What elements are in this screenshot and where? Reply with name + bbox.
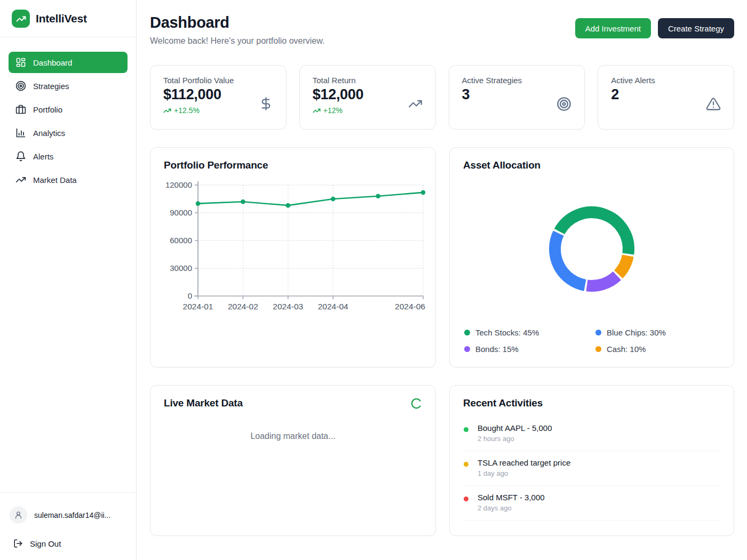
stat-delta: +12% xyxy=(313,106,364,115)
sidebar-footer: suleman.safdar14@ii... Sign Out xyxy=(0,492,136,560)
asset-allocation-donut xyxy=(538,196,645,302)
portfolio-performance-title: Portfolio Performance xyxy=(164,159,422,171)
stat-delta-value: +12.5% xyxy=(174,106,200,115)
stat-label: Active Strategies xyxy=(462,76,522,85)
activity-time: 2 hours ago xyxy=(478,435,552,443)
bar-chart-icon xyxy=(15,127,26,138)
add-investment-button[interactable]: Add Investment xyxy=(575,18,651,38)
activity-text: Bought AAPL - 5,000 xyxy=(478,423,552,433)
page-subtitle: Welcome back! Here's your portfolio over… xyxy=(150,36,324,46)
user-email: suleman.safdar14@ii... xyxy=(34,511,110,519)
sidebar-item-label: Market Data xyxy=(33,175,77,185)
activity-text: Sold MSFT - 3,000 xyxy=(478,493,545,502)
asset-allocation-title: Asset Allocation xyxy=(463,159,720,171)
app-logo-row: IntelliVest xyxy=(0,0,136,37)
activity-item: Bought AAPL - 5,000 2 hours ago xyxy=(463,417,720,451)
sidebar-item-label: Strategies xyxy=(33,82,69,91)
sidebar-item-analytics[interactable]: Analytics xyxy=(9,122,128,143)
loading-text: Loading market data... xyxy=(164,431,422,441)
activity-time: 1 day ago xyxy=(478,469,570,477)
trending-up-icon xyxy=(163,107,171,115)
recent-activities-title: Recent Activities xyxy=(463,397,720,409)
sign-out-label: Sign Out xyxy=(30,539,61,548)
stat-label: Total Return xyxy=(313,76,364,85)
legend-item-cash: Cash: 10% xyxy=(595,345,720,354)
svg-text:2024-01: 2024-01 xyxy=(183,302,213,311)
stat-value: 2 xyxy=(611,86,655,103)
stat-card-active-strategies: Active Strategies 3 xyxy=(449,65,585,130)
sidebar-item-market-data[interactable]: Market Data xyxy=(9,169,128,190)
main-content: Dashboard Welcome back! Here's your port… xyxy=(137,0,747,560)
page-header: Dashboard Welcome back! Here's your port… xyxy=(150,14,734,46)
dollar-icon xyxy=(259,89,273,119)
bottom-row: Live Market Data Loading market data... … xyxy=(150,385,734,536)
header-buttons: Add Investment Create Strategy xyxy=(575,18,734,38)
activity-item: Sold MSFT - 3,000 2 days ago xyxy=(463,486,720,521)
sidebar-item-label: Alerts xyxy=(33,152,53,161)
legend-dot xyxy=(464,346,470,352)
user-row: suleman.safdar14@ii... xyxy=(10,506,128,524)
svg-text:2024-03: 2024-03 xyxy=(273,302,303,311)
log-out-icon xyxy=(13,539,23,548)
stat-value: 3 xyxy=(462,86,522,103)
live-market-data-panel: Live Market Data Loading market data... xyxy=(150,385,436,536)
legend-label: Cash: 10% xyxy=(607,345,646,354)
asset-allocation-legend: Tech Stocks: 45% Blue Chips: 30% Bonds: … xyxy=(463,328,720,354)
activity-time: 2 days ago xyxy=(478,504,545,512)
stat-card-active-alerts: Active Alerts 2 xyxy=(598,65,734,130)
trending-up-icon xyxy=(15,174,26,185)
sidebar-item-label: Analytics xyxy=(33,129,65,138)
stat-label: Total Portfolio Value xyxy=(163,76,234,85)
activity-item: TSLA reached target price 1 day ago xyxy=(463,451,720,486)
svg-text:2024-06: 2024-06 xyxy=(395,302,425,311)
svg-text:30000: 30000 xyxy=(170,263,192,273)
page-title: Dashboard xyxy=(150,14,324,31)
dashboard-grid-icon xyxy=(15,57,26,68)
sidebar: IntelliVest Dashboard Strategies Portfol… xyxy=(0,0,137,560)
legend-item-blue-chips: Blue Chips: 30% xyxy=(595,328,720,337)
asset-allocation-panel: Asset Allocation Tech Stocks: 45% Blue C… xyxy=(449,147,734,367)
avatar xyxy=(10,506,27,524)
stat-value: $12,000 xyxy=(313,86,364,103)
legend-item-bonds: Bonds: 15% xyxy=(464,345,595,354)
app-title: IntelliVest xyxy=(36,12,87,25)
stat-value: $112,000 xyxy=(163,86,234,103)
svg-text:60000: 60000 xyxy=(170,236,192,245)
activity-list: Bought AAPL - 5,000 2 hours ago TSLA rea… xyxy=(463,417,720,521)
alert-triangle-icon xyxy=(706,89,721,119)
stat-delta-value: +12% xyxy=(323,106,343,115)
legend-label: Tech Stocks: 45% xyxy=(475,328,539,337)
legend-dot xyxy=(464,330,470,335)
portfolio-performance-panel: Portfolio Performance 030000600009000012… xyxy=(150,147,436,367)
legend-item-tech-stocks: Tech Stocks: 45% xyxy=(464,328,595,337)
live-market-data-title: Live Market Data xyxy=(164,397,243,409)
sidebar-item-alerts[interactable]: Alerts xyxy=(9,146,128,167)
loader-icon xyxy=(411,398,422,409)
svg-text:90000: 90000 xyxy=(170,208,192,217)
charts-row: Portfolio Performance 030000600009000012… xyxy=(150,147,734,367)
legend-dot xyxy=(595,346,601,352)
activity-status-dot xyxy=(464,427,468,432)
activity-status-dot xyxy=(464,497,468,501)
svg-text:2024-04: 2024-04 xyxy=(318,302,348,311)
sidebar-item-label: Dashboard xyxy=(33,58,72,67)
stat-card-total-return: Total Return $12,000 +12% xyxy=(299,65,436,130)
app-logo-trending-up-icon xyxy=(12,10,30,28)
sidebar-nav: Dashboard Strategies Portfolio Analytics… xyxy=(0,37,136,492)
legend-label: Bonds: 15% xyxy=(475,345,519,354)
portfolio-performance-chart: 03000060000900001200002024-012024-022024… xyxy=(164,179,425,313)
briefcase-icon xyxy=(15,104,26,115)
svg-text:120000: 120000 xyxy=(165,180,192,189)
trending-up-icon xyxy=(408,89,423,119)
sign-out-button[interactable]: Sign Out xyxy=(10,539,128,548)
sidebar-item-strategies[interactable]: Strategies xyxy=(9,75,128,97)
legend-dot xyxy=(595,330,601,335)
trending-up-icon xyxy=(313,107,321,115)
create-strategy-button[interactable]: Create Strategy xyxy=(658,18,734,38)
svg-text:0: 0 xyxy=(188,291,192,300)
stat-label: Active Alerts xyxy=(611,76,655,85)
stats-grid: Total Portfolio Value $112,000 +12.5% To… xyxy=(150,65,734,130)
sidebar-item-portfolio[interactable]: Portfolio xyxy=(9,99,128,120)
bell-icon xyxy=(15,151,26,162)
sidebar-item-dashboard[interactable]: Dashboard xyxy=(9,52,128,73)
